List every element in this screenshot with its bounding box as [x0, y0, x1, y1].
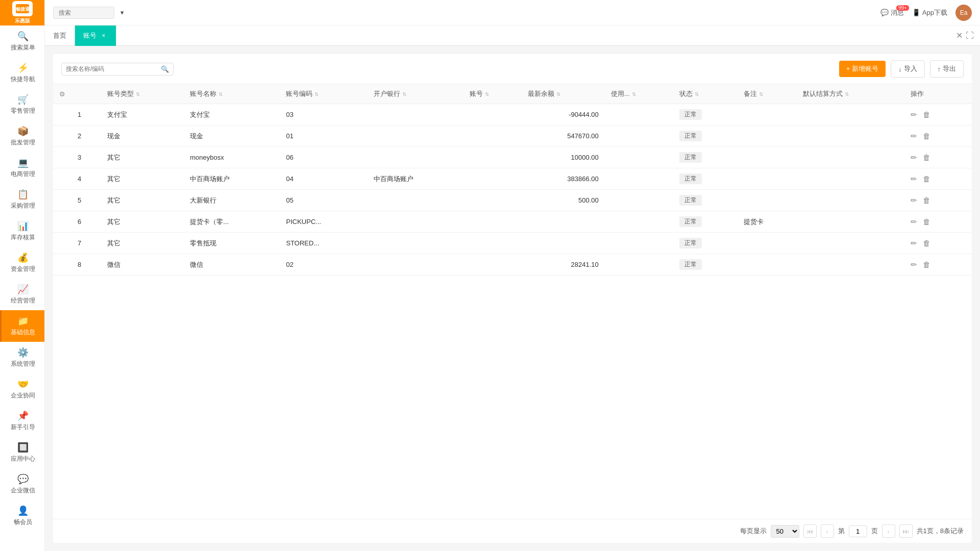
cell-default-payment [797, 233, 904, 254]
total-label: 共1页，8条记录 [917, 527, 964, 536]
next-page-button[interactable]: › [882, 524, 895, 538]
edit-button-6[interactable]: ✏ [911, 217, 917, 226]
cell-bank [368, 126, 463, 147]
cell-balance [522, 211, 604, 233]
page-size-select[interactable]: 50 10 20 100 [771, 525, 799, 538]
cell-usage [605, 254, 674, 276]
sidebar-item-app-center[interactable]: 🔲应用中心 [0, 437, 44, 468]
sidebar-item-ecommerce[interactable]: 💻电商管理 [0, 152, 44, 184]
delete-button-5[interactable]: 🗑 [923, 196, 930, 205]
sidebar-item-retail[interactable]: 🛒零售管理 [0, 89, 44, 120]
cell-index: 6 [71, 211, 101, 233]
sidebar: 畅捷通 乐惠版 🔍搜索菜单⚡快捷导航🛒零售管理📦批发管理💻电商管理📋采购管理📊库… [0, 0, 45, 551]
cell-status: 正常 [673, 104, 738, 126]
app-icon: 📱 [912, 9, 920, 16]
topbar-dropdown[interactable]: ▾ [120, 9, 124, 16]
search-icon[interactable]: 🔍 [161, 65, 169, 73]
table-row: 1 支付宝 支付宝 03 -90444.00 正常 ✏ 🗑 [53, 104, 972, 126]
enterprise-agreement-icon: 🤝 [17, 379, 29, 390]
sidebar-item-basic-info[interactable]: 📁基础信息 [0, 310, 44, 342]
page-end-label: 页 [871, 527, 878, 536]
th-status: 状态⇅ [673, 84, 738, 104]
sidebar-item-inventory[interactable]: 📊库存核算 [0, 215, 44, 247]
tab-home[interactable]: 首页 [45, 26, 75, 46]
settings-icon[interactable]: ⚙ [59, 90, 65, 98]
th-bank: 开户银行⇅ [368, 84, 463, 104]
cell-account [463, 190, 522, 211]
cell-usage [605, 126, 674, 147]
cell-usage [605, 168, 674, 190]
sidebar-item-finance[interactable]: 💰资金管理 [0, 247, 44, 279]
last-page-button[interactable]: ⏭ [899, 524, 913, 538]
sidebar-item-purchase[interactable]: 📋采购管理 [0, 184, 44, 215]
cell-default-payment [797, 190, 904, 211]
app-logo: 畅捷通 乐惠版 [0, 0, 44, 26]
content-area: 🔍 + 新增账号 ↓ 导入 ↑ 导出 [45, 46, 980, 551]
export-button[interactable]: ↑ 导出 [930, 60, 964, 78]
cell-action: ✏ 🗑 [904, 168, 972, 190]
import-button[interactable]: ↓ 导入 [891, 60, 925, 78]
cell-remark [738, 254, 797, 276]
cell-type: 其它 [101, 190, 184, 211]
sidebar-item-member[interactable]: 👤畅会员 [0, 500, 44, 532]
delete-button-8[interactable]: 🗑 [923, 260, 930, 269]
cell-remark: 提货卡 [738, 211, 797, 233]
message-button[interactable]: 💬 消息 99+ [880, 8, 904, 17]
sidebar-item-wholesale[interactable]: 📦批发管理 [0, 120, 44, 152]
sidebar-item-enterprise-agreement[interactable]: 🤝企业协同 [0, 373, 44, 405]
cell-usage [605, 147, 674, 168]
sidebar-item-enterprise-wechat[interactable]: 💬企业微信 [0, 468, 44, 500]
topbar-search-input[interactable] [53, 7, 114, 19]
fullscreen-icon[interactable]: ⛶ [966, 31, 974, 40]
search-input[interactable] [66, 65, 158, 72]
avatar-text: Ea [960, 9, 968, 16]
sidebar-item-system[interactable]: ⚙️系统管理 [0, 342, 44, 373]
first-page-button[interactable]: ⏮ [803, 524, 817, 538]
expand-icon[interactable]: ✕ [956, 31, 963, 40]
tab-close-account[interactable]: × [100, 32, 108, 40]
sidebar-item-tutorial[interactable]: 📌新手引导 [0, 405, 44, 437]
cell-code: 04 [280, 168, 367, 190]
search-box[interactable]: 🔍 [61, 63, 174, 76]
app-download-button[interactable]: 📱 App下载 [912, 8, 947, 17]
delete-button-3[interactable]: 🗑 [923, 153, 930, 162]
finance-icon: 💰 [17, 252, 29, 263]
page-label: 第 [838, 527, 845, 536]
delete-button-6[interactable]: 🗑 [923, 217, 930, 226]
cell-index: 1 [71, 104, 101, 126]
edit-button-1[interactable]: ✏ [911, 110, 917, 119]
cell-balance: 28241.10 [522, 254, 604, 276]
delete-button-1[interactable]: 🗑 [923, 110, 930, 119]
edit-button-3[interactable]: ✏ [911, 153, 917, 162]
edit-button-5[interactable]: ✏ [911, 196, 917, 205]
edit-button-4[interactable]: ✏ [911, 174, 917, 183]
th-setting: ⚙ [53, 84, 71, 104]
page-input[interactable] [849, 525, 867, 537]
sidebar-item-search[interactable]: 🔍搜索菜单 [0, 26, 44, 57]
edit-button-2[interactable]: ✏ [911, 132, 917, 140]
edit-button-8[interactable]: ✏ [911, 260, 917, 269]
cell-index: 8 [71, 254, 101, 276]
svg-text:畅捷通: 畅捷通 [15, 7, 30, 12]
app-download-label: App下载 [922, 8, 947, 17]
tab-account[interactable]: 账号× [75, 26, 116, 46]
prev-page-button[interactable]: ‹ [821, 524, 834, 538]
cell-balance: 383866.00 [522, 168, 604, 190]
sidebar-item-operations[interactable]: 📈经营管理 [0, 279, 44, 310]
cell-code: STORED... [280, 233, 367, 254]
delete-button-7[interactable]: 🗑 [923, 239, 930, 247]
delete-button-4[interactable]: 🗑 [923, 174, 930, 183]
cell-code: 01 [280, 126, 367, 147]
avatar[interactable]: Ea [955, 5, 972, 21]
th-default-payment: 默认结算方式⇅ [797, 84, 904, 104]
sidebar-item-quick-nav[interactable]: ⚡快捷导航 [0, 57, 44, 89]
table-row: 7 其它 零售抵现 STORED... 正常 ✏ 🗑 [53, 233, 972, 254]
cell-checkbox [53, 147, 71, 168]
add-account-button[interactable]: + 新增账号 [839, 61, 886, 77]
edit-button-7[interactable]: ✏ [911, 239, 917, 247]
enterprise-wechat-icon: 💬 [17, 473, 29, 485]
cell-type: 支付宝 [101, 104, 184, 126]
basic-info-icon: 📁 [17, 315, 29, 327]
delete-button-2[interactable]: 🗑 [923, 132, 930, 140]
app-subtitle: 乐惠版 [15, 17, 30, 24]
